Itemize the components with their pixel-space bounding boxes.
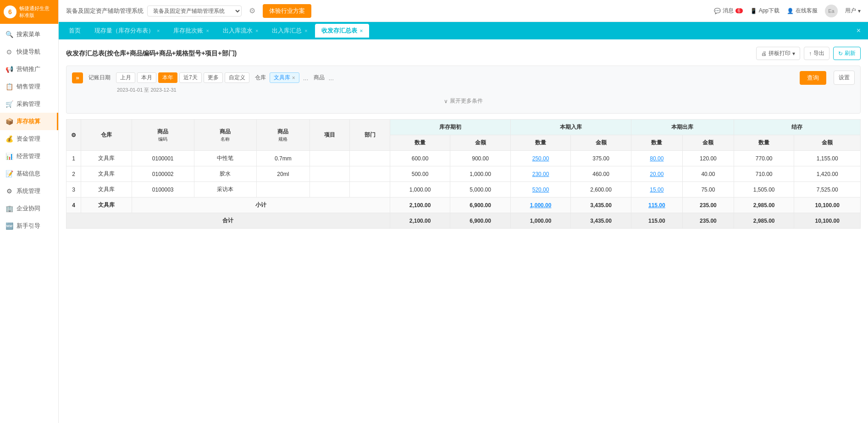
messages-item[interactable]: 💬 消息 6 — [714, 7, 743, 15]
tab-batch[interactable]: 库存批次账 × — [167, 24, 215, 38]
table-settings-col[interactable]: ⚙ — [66, 120, 81, 151]
row-warehouse: 文具库 — [81, 182, 132, 198]
th-out: 本期出库 — [631, 120, 734, 135]
date-btn-last-month[interactable]: 上月 — [116, 72, 135, 83]
system-name: 装备及固定资产辅助管理系统 — [66, 7, 144, 15]
date-btn-custom[interactable]: 自定义 — [225, 72, 249, 83]
tab-close-inventory[interactable]: × — [157, 28, 160, 33]
th-in: 本期入库 — [510, 120, 631, 135]
sidebar-item-guide[interactable]: 🆕 新手引导 — [0, 217, 58, 235]
tab-recv-send[interactable]: 收发存汇总表 × — [315, 24, 369, 38]
sidebar-item-finance[interactable]: 💰 资金管理 — [0, 130, 58, 148]
export-button[interactable]: ↑ 导出 — [804, 47, 829, 60]
date-btn-more[interactable]: 更多 — [204, 72, 223, 83]
footer-in-amount: 3,435.00 — [571, 213, 631, 229]
messages-badge: 6 — [735, 8, 743, 13]
logo-icon: 6 — [4, 5, 17, 18]
inventory-icon: 📦 — [6, 118, 13, 125]
row-department — [350, 182, 390, 198]
row-opening-qty: 500.00 — [390, 166, 450, 182]
app-download-item[interactable]: 📱 App下载 — [750, 7, 780, 15]
row-product-name: 中性笔 — [194, 151, 256, 166]
row-in-qty[interactable]: 520.00 — [510, 182, 571, 198]
row-out-qty[interactable]: 80.00 — [631, 151, 682, 166]
user-item[interactable]: 用户 ▾ — [845, 7, 861, 15]
tab-close-batch[interactable]: × — [206, 28, 209, 33]
table-row: 3 文具库 0100003 采访本 1,000.00 5,000.00 520.… — [66, 182, 861, 198]
system-select[interactable]: 装备及固定资产辅助管理系统 — [147, 5, 242, 16]
sidebar-item-sales[interactable]: 📋 销售管理 — [0, 78, 58, 95]
tab-bar-close-all[interactable]: × — [853, 25, 864, 37]
sidebar-item-marketing[interactable]: 📢 营销推广 — [0, 60, 58, 78]
tab-close-flow[interactable]: × — [255, 28, 258, 33]
gear-icon[interactable]: ⚙ — [249, 6, 255, 15]
date-btn-this-year[interactable]: 本年 — [158, 72, 177, 83]
row-in-qty[interactable]: 250.00 — [510, 151, 571, 166]
refresh-button[interactable]: ↻ 刷新 — [833, 47, 861, 60]
row-out-amount: 40.00 — [682, 166, 734, 182]
footer-closing-qty: 2,985.00 — [734, 213, 794, 229]
row-out-qty[interactable]: 15.00 — [631, 182, 682, 198]
sidebar-item-quick-nav[interactable]: ⊙ 快捷导航 — [0, 43, 58, 60]
row-index: 2 — [66, 166, 81, 182]
query-button[interactable]: 查询 — [800, 71, 826, 85]
sidebar-item-operations[interactable]: 📊 经营管理 — [0, 148, 58, 165]
sidebar-item-inventory[interactable]: 📦 库存核算 — [0, 113, 58, 130]
company-icon: 🏢 — [6, 205, 13, 212]
filter-settings-button[interactable]: 设置 — [834, 71, 855, 85]
tab-inventory[interactable]: 现存量（库存分布表） × — [88, 24, 166, 38]
tab-summary[interactable]: 出入库汇总 × — [265, 24, 314, 38]
footer-opening-qty: 2,100.00 — [390, 213, 450, 229]
row-product-name: 采访本 — [194, 182, 256, 198]
sidebar-item-search[interactable]: 🔍 搜索菜单 — [0, 26, 58, 43]
warehouse-close-icon[interactable]: × — [292, 75, 295, 81]
sidebar-item-company[interactable]: 🏢 企业协同 — [0, 200, 58, 217]
date-btn-7days[interactable]: 近7天 — [179, 72, 202, 83]
row-closing-qty: 1,505.00 — [734, 182, 794, 198]
row-product-name: 胶水 — [194, 166, 256, 182]
date-btn-this-month[interactable]: 本月 — [137, 72, 156, 83]
row-warehouse: 文具库 — [81, 151, 132, 166]
phone-icon: 📱 — [750, 8, 757, 14]
product-filter: 商品 ... — [314, 74, 334, 82]
sidebar-item-system[interactable]: ⚙ 系统管理 — [0, 182, 58, 200]
experience-button[interactable]: 体验行业方案 — [263, 4, 311, 18]
row-product-spec: 0.7mm — [256, 151, 310, 166]
sidebar-logo: 6 畅捷通好生意 标准版 — [0, 0, 58, 24]
row-project — [310, 151, 350, 166]
home-icon: ⊙ — [6, 48, 13, 55]
online-service-item[interactable]: 👤 在线客服 — [787, 7, 818, 15]
product-dots[interactable]: ... — [328, 74, 334, 82]
print-template-button[interactable]: 🖨 拼板打印 ▾ — [756, 47, 800, 60]
sidebar: 6 畅捷通好生意 标准版 🔍 搜索菜单 ⊙ 快捷导航 📢 营销推广 📋 销售管理… — [0, 0, 59, 423]
page-content: 收发存汇总表(按仓库+商品编码+商品+规格型号+项目+部门) 🖨 拼板打印 ▾ … — [59, 39, 868, 423]
filter-expand-button[interactable]: » — [72, 72, 83, 83]
row-project — [310, 166, 350, 182]
th-opening: 库存期初 — [390, 120, 510, 135]
row-out-qty[interactable]: 20.00 — [631, 166, 682, 182]
tab-close-recv-send[interactable]: × — [360, 28, 363, 33]
page-area: 收发存汇总表(按仓库+商品编码+商品+规格型号+项目+部门) 🖨 拼板打印 ▾ … — [59, 39, 868, 423]
chevron-down-icon: ∨ — [444, 98, 448, 104]
avatar[interactable]: Ea — [825, 5, 838, 17]
row-opening-amount: 5,000.00 — [450, 182, 511, 198]
top-header: 装备及固定资产辅助管理系统 装备及固定资产辅助管理系统 ⚙ 体验行业方案 💬 消… — [59, 0, 868, 22]
footer-out-amount: 235.00 — [682, 213, 734, 229]
tab-home[interactable]: 首页 — [62, 24, 87, 38]
chevron-down-icon: ▾ — [792, 50, 795, 57]
row-in-qty[interactable]: 230.00 — [510, 166, 571, 182]
th-closing-amount: 金额 — [794, 135, 861, 151]
expand-more-button[interactable]: ∨ 展开更多条件 — [72, 97, 855, 105]
tab-flow[interactable]: 出入库流水 × — [216, 24, 265, 38]
row-department — [350, 151, 390, 166]
row-opening-qty: 600.00 — [390, 151, 450, 166]
row-closing-amount: 1,155.00 — [794, 151, 861, 166]
tab-close-summary[interactable]: × — [304, 28, 307, 33]
logo-text: 畅捷通好生意 标准版 — [19, 5, 50, 19]
sidebar-item-purchase[interactable]: 🛒 采购管理 — [0, 95, 58, 113]
sidebar-item-basic-info[interactable]: 📝 基础信息 — [0, 165, 58, 182]
export-icon: ↑ — [809, 50, 812, 57]
warehouse-dots[interactable]: ... — [303, 74, 309, 82]
sidebar-nav: 🔍 搜索菜单 ⊙ 快捷导航 📢 营销推广 📋 销售管理 🛒 采购管理 📦 库存核… — [0, 24, 58, 423]
app-title: 装备及固定资产辅助管理系统 装备及固定资产辅助管理系统 — [66, 5, 242, 16]
